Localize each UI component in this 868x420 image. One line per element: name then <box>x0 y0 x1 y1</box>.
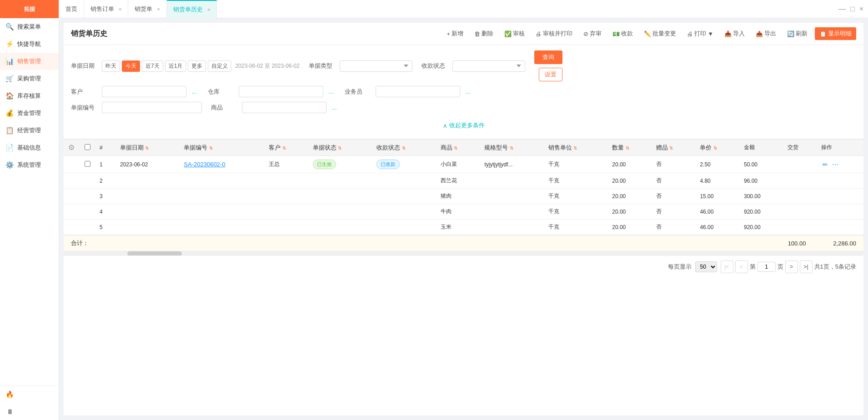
cell-price: 2.50 <box>695 156 739 173</box>
set-button[interactable]: 设置 <box>539 68 562 81</box>
sidebar-item-basic-info[interactable]: 📄 基础信息 <box>0 139 59 156</box>
audit-print-button[interactable]: 🖨 审核并打印 <box>532 27 576 40</box>
sidebar-item-label: 采购管理 <box>17 75 41 83</box>
page-last-btn[interactable]: >| <box>800 260 813 273</box>
collapse-button[interactable]: ∧ 收起更多条件 <box>443 120 485 131</box>
collect-button[interactable]: 💵 收款 <box>609 27 637 40</box>
page-next-btn[interactable]: > <box>785 260 798 273</box>
sidebar-item-sales[interactable]: 📊 销售管理 <box>0 53 59 70</box>
sidebar-item-operations[interactable]: 📋 经营管理 <box>0 122 59 139</box>
date-btn-yesterday[interactable]: 昨天 <box>102 60 120 72</box>
col-doc-status[interactable]: 单据状态 ⇅ <box>308 140 372 156</box>
customer-ellipsis[interactable]: ... <box>190 88 199 95</box>
col-gift[interactable]: 赠品 ⇅ <box>652 140 696 156</box>
qty-sort-icon[interactable]: ⇅ <box>626 145 629 150</box>
sidebar-fire-btn[interactable]: 🔥 <box>0 386 59 403</box>
customer-sort-icon[interactable]: ⇅ <box>282 145 286 150</box>
cell-checkbox[interactable] <box>80 173 95 189</box>
edit-action-icon[interactable]: ✏ <box>823 161 828 168</box>
settings-icon[interactable]: ⚙ <box>68 144 75 151</box>
warehouse-input[interactable] <box>239 86 323 97</box>
warehouse-ellipsis[interactable]: ... <box>327 88 336 95</box>
salesperson-input[interactable] <box>376 86 460 97</box>
cell-checkbox[interactable] <box>80 220 95 235</box>
col-qty[interactable]: 数量 ⇅ <box>607 140 652 156</box>
sidebar-item-quicknav[interactable]: ⚡ 快捷导航 <box>0 35 59 53</box>
horizontal-scrollbar[interactable] <box>64 251 863 255</box>
tab-sales-order[interactable]: 销售订单 × <box>84 0 128 18</box>
purchase-icon: 🛒 <box>5 75 14 83</box>
minimize-btn[interactable]: — <box>838 5 846 13</box>
tab-sales-history[interactable]: 销货单历史 × <box>167 0 217 18</box>
refresh-button[interactable]: 🔄 刷新 <box>783 27 811 40</box>
docno-input[interactable] <box>102 102 202 113</box>
window-close-btn[interactable]: × <box>859 5 863 13</box>
pay-status-select[interactable] <box>452 60 525 72</box>
maximize-btn[interactable]: □ <box>850 5 855 13</box>
sidebar-pause-btn[interactable]: ⏸ <box>0 403 59 420</box>
cell-checkbox[interactable] <box>80 204 95 220</box>
col-goods[interactable]: 商品 ⇅ <box>436 140 480 156</box>
unit-sort-icon[interactable]: ⇅ <box>573 145 577 150</box>
print-dropdown-icon: ▼ <box>707 30 713 37</box>
col-doc-date[interactable]: 单据日期 ⇅ <box>115 140 179 156</box>
col-pay-status[interactable]: 收款状态 ⇅ <box>372 140 436 156</box>
more-action-icon[interactable]: ⋯ <box>832 161 838 168</box>
page-first-btn[interactable]: |< <box>721 260 733 273</box>
sidebar-item-search[interactable]: 🔍 搜索菜单 <box>0 18 59 35</box>
show-detail-button[interactable]: 📋 显示明细 <box>815 27 856 40</box>
doc-status-sort-icon[interactable]: ⇅ <box>338 145 341 150</box>
page-input[interactable] <box>758 262 776 272</box>
tab-sales-delivery-close[interactable]: × <box>157 6 160 12</box>
audit-label: 审核 <box>513 30 525 38</box>
batch-change-button[interactable]: ✏️ 批量变更 <box>640 27 680 40</box>
tab-sales-delivery[interactable]: 销货单 × <box>128 0 166 18</box>
discard-button[interactable]: ⊘ 弃审 <box>580 27 605 40</box>
col-settings[interactable]: ⚙ <box>64 140 80 156</box>
select-all-checkbox[interactable] <box>85 144 90 150</box>
tab-sales-history-close[interactable]: × <box>207 7 210 12</box>
date-btn-7days[interactable]: 近7天 <box>142 60 163 72</box>
sidebar-item-system[interactable]: ⚙️ 系统管理 <box>0 156 59 174</box>
per-page-select[interactable]: 50 <box>695 261 717 272</box>
export-button[interactable]: 📤 导出 <box>752 27 780 40</box>
salesperson-ellipsis[interactable]: ... <box>464 88 472 95</box>
date-btn-more[interactable]: 更多 <box>188 60 206 72</box>
spec-sort-icon[interactable]: ⇅ <box>510 145 513 150</box>
col-price[interactable]: 单价 ⇅ <box>695 140 739 156</box>
audit-button[interactable]: ✅ 审核 <box>501 27 528 40</box>
doc-no-link[interactable]: SA-20230602-0 <box>184 161 225 168</box>
delete-button[interactable]: 🗑 删除 <box>471 27 497 40</box>
date-btn-today[interactable]: 今天 <box>122 60 140 72</box>
col-unit[interactable]: 销售单位 ⇅ <box>544 140 607 156</box>
price-sort-icon[interactable]: ⇅ <box>713 145 717 150</box>
col-doc-no[interactable]: 单据编号 ⇅ <box>179 140 264 156</box>
print-button[interactable]: 🖨 打印 ▼ <box>683 27 717 40</box>
customer-input[interactable] <box>102 86 186 97</box>
date-btn-1month[interactable]: 近1月 <box>165 60 186 72</box>
gift-sort-icon[interactable]: ⇅ <box>669 145 673 150</box>
doc-type-select[interactable] <box>340 60 412 72</box>
row-checkbox[interactable] <box>85 161 90 167</box>
sidebar-item-purchase[interactable]: 🛒 采购管理 <box>0 70 59 87</box>
tab-sales-order-close[interactable]: × <box>119 6 121 12</box>
col-spec[interactable]: 规格型号 ⇅ <box>480 140 543 156</box>
pay-status-sort-icon[interactable]: ⇅ <box>402 145 406 150</box>
tab-home[interactable]: 首页 <box>59 0 84 18</box>
sidebar-item-finance[interactable]: 💰 资金管理 <box>0 105 59 122</box>
page-prev-btn[interactable]: < <box>735 260 748 273</box>
sidebar-item-inventory[interactable]: 🏠 库存核算 <box>0 87 59 105</box>
col-customer[interactable]: 客户 ⇅ <box>264 140 308 156</box>
goods-ellipsis[interactable]: ... <box>330 104 339 111</box>
cell-unit: 千克 <box>544 173 607 189</box>
query-button[interactable]: 查询 <box>534 50 562 64</box>
new-button[interactable]: + 新增 <box>443 27 467 40</box>
goods-input[interactable] <box>242 102 326 113</box>
cell-checkbox[interactable] <box>80 189 95 204</box>
doc-no-sort-icon[interactable]: ⇅ <box>209 145 213 150</box>
doc-date-sort-icon[interactable]: ⇅ <box>145 145 149 150</box>
import-button[interactable]: 📥 导入 <box>721 27 748 40</box>
cell-checkbox[interactable] <box>80 156 95 173</box>
date-btn-custom[interactable]: 自定义 <box>208 60 231 72</box>
goods-sort-icon[interactable]: ⇅ <box>454 145 457 150</box>
